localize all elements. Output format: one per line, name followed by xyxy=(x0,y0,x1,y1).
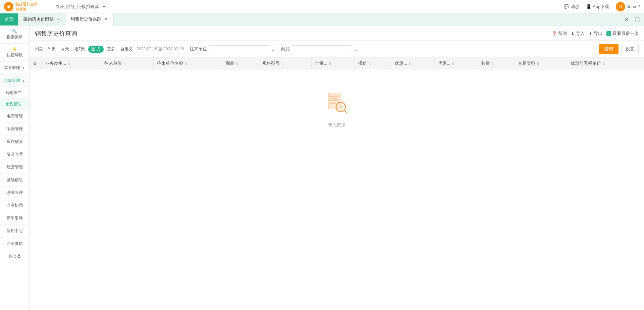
tab-sales-history[interactable]: 销售历史价跟踪 ✕ xyxy=(66,13,114,25)
counterpart-dots[interactable]: ... xyxy=(272,47,276,52)
page-header-actions: ❓ 帮助 ⬇ 导入 ⬆ 导出 ✓ 只看最后一次 xyxy=(551,31,639,37)
date-btn-last7[interactable]: 近7天 xyxy=(72,46,87,53)
data-table: ⚙ 业务发生... ⇅ 往来单位 xyxy=(30,58,644,69)
tab-purchase-history[interactable]: 采购历史价跟踪 ✕ xyxy=(18,13,66,25)
close-all-tabs-button[interactable]: ✕ xyxy=(623,15,631,23)
only-last-checkbox[interactable]: ✓ 只看最后一次 xyxy=(606,31,639,37)
sort-icon-product: ⇅ xyxy=(236,62,238,65)
sidebar-item-inventory[interactable]: 库存核算 xyxy=(0,136,29,148)
table-col-counterpart-code[interactable]: 往来单位 ⇅ xyxy=(101,58,154,69)
help-button[interactable]: ❓ 帮助 xyxy=(551,31,567,37)
sidebar-item-apps[interactable]: 应用中心 xyxy=(0,225,29,238)
counterpart-filter-group: 往来单位 ... xyxy=(190,45,276,53)
sidebar-item-enterprise[interactable]: 企业协同 xyxy=(0,199,29,212)
sidebar-item-purchase[interactable]: 采购管理 xyxy=(0,123,29,136)
col-trade-type-label: 交易类型 xyxy=(518,60,535,66)
counterpart-label: 往来单位 xyxy=(190,46,207,52)
content-area: 销售历史价查询 ❓ 帮助 ⬇ 导入 ⬆ 导出 ✓ xyxy=(30,25,644,310)
table-col-discount2[interactable]: 优惠... ⇅ xyxy=(435,58,478,69)
search-icon: 🔍 xyxy=(12,29,17,34)
svg-text:畅: 畅 xyxy=(7,5,10,9)
tab-sales-label: 销售历史价跟踪 xyxy=(71,16,101,22)
sort-icon-unit: ⇅ xyxy=(329,62,331,65)
table-container: ⚙ 业务发生... ⇅ 往来单位 xyxy=(30,58,644,310)
table-col-unit[interactable]: 计量... ⇅ xyxy=(312,58,355,69)
table-col-discount1[interactable]: 优惠... ⇅ xyxy=(391,58,435,69)
date-btn-yesterday[interactable]: 昨天 xyxy=(46,46,58,53)
col-unit-label: 计量... xyxy=(315,60,327,66)
sidebar-item-guide[interactable]: 新手引导 xyxy=(0,212,29,225)
sidebar-item-marketing[interactable]: 营销推广 xyxy=(0,87,29,99)
date-quick-buttons: 昨天 今天 近7天 近1月 更多 自定义 xyxy=(46,46,135,53)
sort-icon-discount2: ⇅ xyxy=(452,62,454,65)
tab-sales-close[interactable]: ✕ xyxy=(103,16,109,22)
import-button[interactable]: ⬇ 导入 xyxy=(571,31,585,37)
export-icon: ⬆ xyxy=(589,31,592,36)
col-pretax-price-label: 优惠前无税单价 xyxy=(571,60,601,66)
sidebar-item-wholesale[interactable]: 批发管理 ▲ xyxy=(0,74,29,87)
sidebar-item-ecommerce[interactable]: 电商管理 xyxy=(0,110,29,123)
sort-icon-counterpart-code: ⇅ xyxy=(123,62,126,65)
table-col-trade-type[interactable]: 交易类型 ⇅ xyxy=(515,58,567,69)
table-col-quantity[interactable]: 数量 ⇅ xyxy=(478,58,515,69)
fullscreen-button[interactable]: ⛶ xyxy=(633,15,641,23)
empty-icon: ✦ xyxy=(323,90,350,116)
sort-icon-spec: ⇅ xyxy=(281,62,284,65)
table-col-biz-date[interactable]: 业务发生... ⇅ xyxy=(42,58,101,69)
sidebar-item-operations[interactable]: 经营管理 xyxy=(0,161,29,174)
sidebar-item-member[interactable]: 畅会员 xyxy=(0,250,29,263)
sidebar-item-basic-info[interactable]: 基础信息 xyxy=(0,174,29,187)
chevron-down-icon: ▼ xyxy=(22,66,25,70)
export-button[interactable]: ⬆ 导出 xyxy=(589,31,602,37)
date-range-display: 2023-02-18 至 2023-03-18 xyxy=(137,46,184,52)
product-input[interactable] xyxy=(292,45,352,53)
table-col-spec[interactable]: 规格型号 ⇅ xyxy=(259,58,312,69)
table-settings-header[interactable]: ⚙ xyxy=(30,58,42,69)
message-button[interactable]: 💬 消息 xyxy=(564,4,579,10)
sidebar-item-finance[interactable]: 资金管理 xyxy=(0,148,29,161)
product-dots[interactable]: ... xyxy=(355,47,359,52)
date-btn-more[interactable]: 更多 xyxy=(105,46,117,53)
sort-icon-biz-date: ⇅ xyxy=(67,62,70,65)
sidebar: 🔍 搜索菜单 ⚡ 快捷导航 零售管理 ▼ 批发管理 ▲ 营销推广 销售管理 电商… xyxy=(0,25,30,310)
checkbox-icon: ✓ xyxy=(606,31,611,36)
table-col-product[interactable]: 商品 ⇅ xyxy=(222,58,259,69)
col-product-label: 商品 xyxy=(226,60,234,66)
tab-home-label: 首页 xyxy=(5,16,13,22)
tab-purchase-close[interactable]: ✕ xyxy=(56,17,61,22)
table-col-quote-price[interactable]: 报价 ⇅ xyxy=(355,58,391,69)
header-right: 💬 消息 📱 App下载 D demo2 xyxy=(564,2,640,11)
main-layout: 🔍 搜索菜单 ⚡ 快捷导航 零售管理 ▼ 批发管理 ▲ 营销推广 销售管理 电商… xyxy=(0,25,644,310)
table-col-pretax-price[interactable]: 优惠前无税单价 ⇅ xyxy=(567,58,644,69)
col-counterpart-code-label: 往来单位 xyxy=(104,60,122,66)
page-title: 销售历史价查询 xyxy=(35,30,77,38)
sidebar-item-shortcuts[interactable]: ⚡ 快捷导航 xyxy=(0,44,29,62)
empty-text: 暂无数据 xyxy=(328,122,345,128)
settings-button[interactable]: 设置 xyxy=(621,44,639,54)
col-spec-label: 规格型号 xyxy=(262,60,280,66)
table-col-counterpart-name[interactable]: 往来单位名称 ⇅ xyxy=(154,58,222,69)
sidebar-item-system[interactable]: 系统管理 xyxy=(0,187,29,199)
counterpart-input[interactable] xyxy=(209,45,269,53)
query-button[interactable]: 查询 xyxy=(599,44,619,54)
col-biz-date-label: 业务发生... xyxy=(45,60,66,66)
svg-line-9 xyxy=(344,110,347,113)
tab-actions: ✕ ⛶ xyxy=(623,15,644,23)
date-btn-today[interactable]: 今天 xyxy=(59,46,71,53)
tab-home[interactable]: 首页 xyxy=(0,13,18,25)
header-dropdown-icon[interactable]: ▾ xyxy=(103,4,105,9)
sidebar-item-search[interactable]: 🔍 搜索菜单 xyxy=(0,25,29,44)
logo-text: 畅捷通好生意 标准版 xyxy=(15,2,38,11)
user-menu[interactable]: D demo2 xyxy=(616,2,640,11)
tab-purchase-label: 采购历史价跟踪 xyxy=(23,16,54,22)
product-filter-group: 商品 ... xyxy=(281,45,359,53)
col-discount2-label: 优惠... xyxy=(438,60,450,66)
sort-icon-discount1: ⇅ xyxy=(409,62,411,65)
app-download-button[interactable]: 📱 App下载 xyxy=(586,4,609,10)
date-btn-custom[interactable]: 自定义 xyxy=(118,46,135,53)
sidebar-item-retail[interactable]: 零售管理 ▼ xyxy=(0,62,29,74)
settings-gear-icon[interactable]: ⚙ xyxy=(33,61,37,66)
sidebar-item-sales-mgmt[interactable]: 销售管理 xyxy=(0,99,29,110)
sidebar-item-corp-wechat[interactable]: 企业微信 xyxy=(0,238,29,250)
date-btn-last1m[interactable]: 近1月 xyxy=(88,46,104,53)
